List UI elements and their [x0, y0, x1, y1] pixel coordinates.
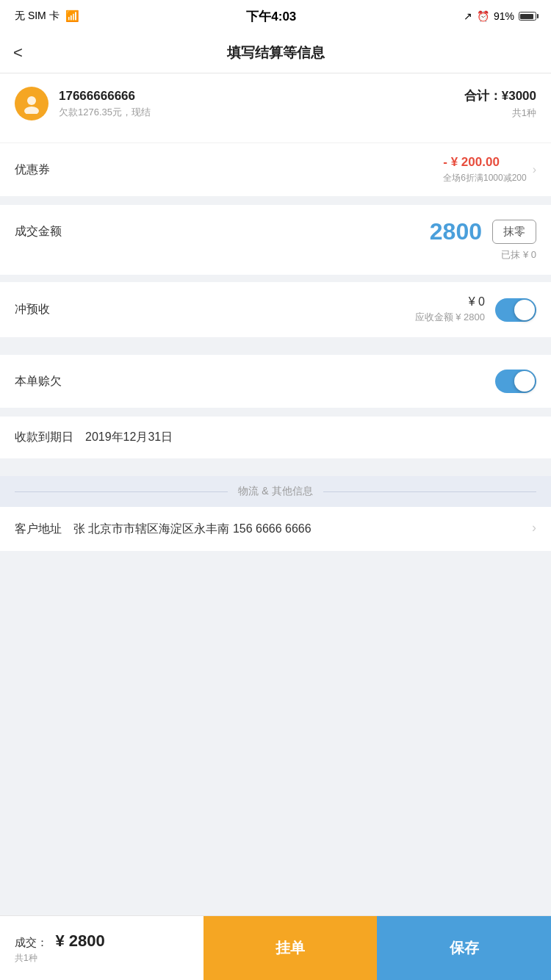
- address-label: 客户地址: [15, 522, 62, 537]
- coupon-label: 优惠券: [15, 162, 50, 178]
- duedate-label: 收款到期日: [15, 430, 73, 445]
- content: 17666666666 欠款1276.35元，现结 合计：¥3000 共1种 优…: [0, 73, 551, 633]
- duedate-row: 收款到期日 2019年12月31日: [0, 417, 551, 458]
- nav-bar: < 填写结算等信息: [0, 32, 551, 73]
- debt-label: 本单赊欠: [15, 374, 62, 389]
- round-button[interactable]: 抹零: [492, 220, 536, 244]
- status-left: 无 SIM 卡 📶: [15, 10, 79, 23]
- user-info: 17666666666 欠款1276.35元，现结: [59, 89, 464, 119]
- chevron-right-icon: ›: [533, 163, 536, 176]
- debt-row: 本单赊欠: [0, 355, 551, 408]
- svg-point-0: [27, 96, 36, 105]
- sim-label: 无 SIM 卡: [15, 10, 60, 23]
- address-row[interactable]: 客户地址 张 北京市市辖区海淀区永丰南 156 6666 6666 ›: [0, 507, 551, 551]
- charge-toggle[interactable]: [495, 298, 536, 322]
- coupon-discount: - ¥ 200.00: [443, 155, 526, 170]
- bottom-deal-label: 成交：: [15, 936, 48, 948]
- total-label: 合计：: [464, 89, 502, 103]
- amount-right: 2800 抹零: [430, 218, 536, 245]
- amount-row: 成交金额 2800 抹零: [15, 218, 536, 245]
- status-right: ↗ ⏰ 91%: [464, 10, 536, 22]
- coupon-value-wrap: - ¥ 200.00 全场6折满1000减200: [443, 155, 526, 184]
- coupon-right: - ¥ 200.00 全场6折满1000减200 ›: [443, 155, 536, 184]
- battery-icon: [519, 12, 536, 21]
- address-chevron-icon: ›: [532, 520, 536, 536]
- bottom-summary: 成交： ¥ 2800 共1种: [0, 932, 204, 965]
- address-value: 张 北京市市辖区海淀区永丰南 156 6666 6666: [73, 520, 525, 538]
- user-total: 合计：¥3000 共1种: [464, 87, 536, 120]
- amount-section: 成交金额 2800 抹零 已抹 ¥ 0: [0, 205, 551, 275]
- charge-right: ¥ 0 应收金额 ¥ 2800: [415, 295, 536, 324]
- sep2: [0, 346, 551, 355]
- divider-line-right: [323, 491, 536, 492]
- duedate-value: 2019年12月31日: [85, 430, 173, 445]
- bottom-count: 共1种: [15, 952, 189, 965]
- logistics-divider: 物流 & 其他信息: [0, 476, 551, 507]
- save-button[interactable]: 保存: [377, 916, 551, 981]
- wifi-icon: 📶: [65, 10, 79, 23]
- amount-value: 2800: [430, 218, 482, 245]
- user-phone: 17666666666: [59, 89, 464, 104]
- bottom-amount: ¥ 2800: [55, 932, 104, 950]
- charge-row: 冲预收 ¥ 0 应收金额 ¥ 2800: [0, 275, 551, 337]
- user-total-count: 共1种: [464, 107, 536, 120]
- charge-value-wrap: ¥ 0 应收金额 ¥ 2800: [415, 295, 485, 324]
- status-time: 下午4:03: [246, 8, 296, 25]
- divider-line-left: [15, 491, 228, 492]
- logistics-label: 物流 & 其他信息: [228, 485, 323, 498]
- gps-icon: ↗: [464, 10, 472, 22]
- alarm-icon: ⏰: [477, 10, 489, 22]
- debt-toggle-knob: [514, 371, 535, 392]
- avatar: [15, 87, 48, 120]
- svg-point-1: [24, 107, 39, 114]
- status-bar: 无 SIM 卡 📶 下午4:03 ↗ ⏰ 91%: [0, 0, 551, 32]
- user-sub-info: 欠款1276.35元，现结: [59, 106, 464, 119]
- back-button[interactable]: <: [13, 43, 23, 62]
- amount-sub: 已抹 ¥ 0: [15, 248, 536, 262]
- hold-button[interactable]: 挂单: [204, 916, 378, 981]
- charge-label: 冲预收: [15, 302, 50, 317]
- toggle-knob: [514, 300, 535, 320]
- bottom-deal-line: 成交： ¥ 2800: [15, 932, 189, 951]
- user-coupon-card: 17666666666 欠款1276.35元，现结 合计：¥3000 共1种 优…: [0, 73, 551, 196]
- coupon-desc: 全场6折满1000减200: [443, 172, 526, 184]
- user-row: 17666666666 欠款1276.35元，现结 合计：¥3000 共1种: [0, 73, 551, 134]
- sep3: [0, 467, 551, 476]
- amount-label: 成交金额: [15, 224, 62, 239]
- user-total-amount: 合计：¥3000: [464, 87, 536, 104]
- coupon-row[interactable]: 优惠券 - ¥ 200.00 全场6折满1000减200 ›: [0, 143, 551, 196]
- page-title: 填写结算等信息: [227, 43, 325, 62]
- bottom-bar: 成交： ¥ 2800 共1种 挂单 保存: [0, 915, 551, 980]
- battery-percent: 91%: [494, 10, 514, 22]
- debt-toggle[interactable]: [495, 370, 536, 393]
- charge-value: ¥ 0: [415, 295, 485, 309]
- charge-sub: 应收金额 ¥ 2800: [415, 311, 485, 324]
- sep1: [0, 196, 551, 205]
- total-amount: ¥3000: [502, 89, 536, 103]
